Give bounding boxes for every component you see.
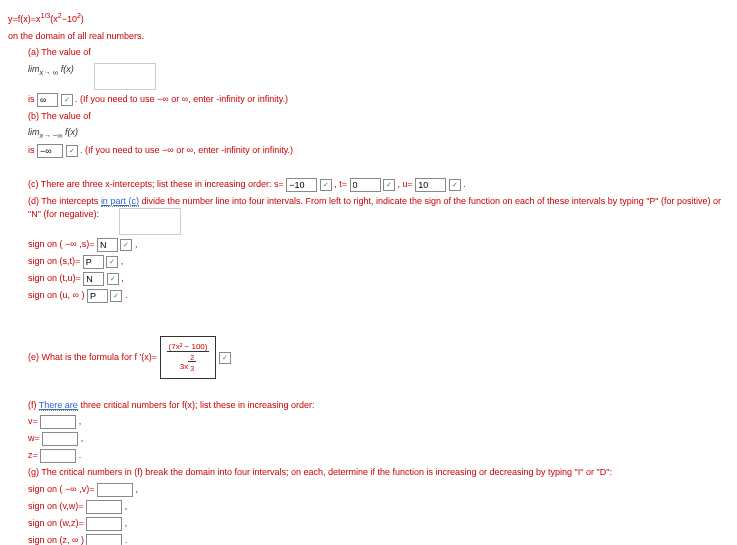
is-label: is bbox=[28, 94, 35, 104]
d-l2: sign on (s,t)= bbox=[28, 256, 80, 266]
answer-b[interactable] bbox=[37, 144, 63, 158]
input-g3[interactable] bbox=[86, 517, 122, 531]
input-v[interactable] bbox=[40, 415, 76, 429]
input-d1[interactable] bbox=[97, 238, 118, 252]
is-label-b: is bbox=[28, 145, 35, 155]
preview-box-2 bbox=[119, 208, 181, 235]
domain-text: on the domain of all real numbers. bbox=[8, 30, 729, 44]
input-d4[interactable] bbox=[87, 289, 108, 303]
check-u: ✓ bbox=[449, 179, 461, 191]
e-base: 3x23 bbox=[180, 362, 196, 371]
hint-a: . (If you need to use −∞ or ∞, enter -in… bbox=[75, 94, 288, 104]
check-d1: ✓ bbox=[120, 239, 132, 251]
preview-box bbox=[94, 63, 156, 90]
answer-a[interactable] bbox=[37, 93, 58, 107]
input-w[interactable] bbox=[42, 432, 78, 446]
g-l3: sign on (w,z)= bbox=[28, 518, 84, 528]
input-g2[interactable] bbox=[86, 500, 122, 514]
check-s: ✓ bbox=[320, 179, 332, 191]
check-e: ✓ bbox=[219, 352, 231, 364]
t-label: , t= bbox=[334, 179, 347, 189]
z-label: z= bbox=[28, 450, 38, 460]
d-l4: sign on (u, ∞ ) bbox=[28, 290, 84, 300]
link-there-are[interactable]: There are bbox=[39, 400, 78, 411]
part-e-text: (e) What is the formula for f '(x)= bbox=[28, 352, 157, 362]
part-c-text: (c) There are three x-intercepts; list t… bbox=[28, 179, 284, 189]
hint-b: . (If you need to use −∞ or ∞, enter -in… bbox=[80, 145, 293, 155]
check-d3: ✓ bbox=[107, 273, 119, 285]
d-l3: sign on (t,u)= bbox=[28, 273, 81, 283]
check-d4: ✓ bbox=[110, 290, 122, 302]
input-d2[interactable] bbox=[83, 255, 104, 269]
w-label: w= bbox=[28, 433, 40, 443]
g-l4: sign on (z, ∞ ) bbox=[28, 535, 84, 545]
formula-e: (7x² − 100)3x23 bbox=[160, 336, 217, 379]
input-t[interactable] bbox=[350, 178, 381, 192]
part-a-title: (a) The value of bbox=[28, 46, 729, 60]
u-label: , u= bbox=[398, 179, 413, 189]
input-d3[interactable] bbox=[83, 272, 104, 286]
limit-a: limx→ ∞ f(x) bbox=[28, 64, 74, 74]
equation: y=f(x)=x1/3(x2−102) bbox=[8, 11, 729, 27]
input-g4[interactable] bbox=[86, 534, 122, 545]
v-label: v= bbox=[28, 416, 38, 426]
d-l1: sign on ( −∞ ,s)= bbox=[28, 239, 94, 249]
g-l2: sign on (v,w)= bbox=[28, 501, 84, 511]
check-d2: ✓ bbox=[106, 256, 118, 268]
limit-b: limx→ −∞ f(x) bbox=[28, 127, 78, 137]
part-b-title: (b) The value of bbox=[28, 110, 729, 124]
input-g1[interactable] bbox=[97, 483, 133, 497]
check-a: ✓ bbox=[61, 94, 73, 106]
part-g-text: (g) The critical numbers in (f) break th… bbox=[28, 466, 729, 480]
part-f-text: (f) There are three critical numbers for… bbox=[28, 399, 729, 413]
check-t: ✓ bbox=[383, 179, 395, 191]
check-b: ✓ bbox=[66, 145, 78, 157]
link-part-c[interactable]: in part (c) bbox=[101, 196, 139, 207]
input-u[interactable] bbox=[415, 178, 446, 192]
input-s[interactable] bbox=[286, 178, 317, 192]
input-z[interactable] bbox=[40, 449, 76, 463]
g-l1: sign on ( −∞ ,v)= bbox=[28, 484, 94, 494]
